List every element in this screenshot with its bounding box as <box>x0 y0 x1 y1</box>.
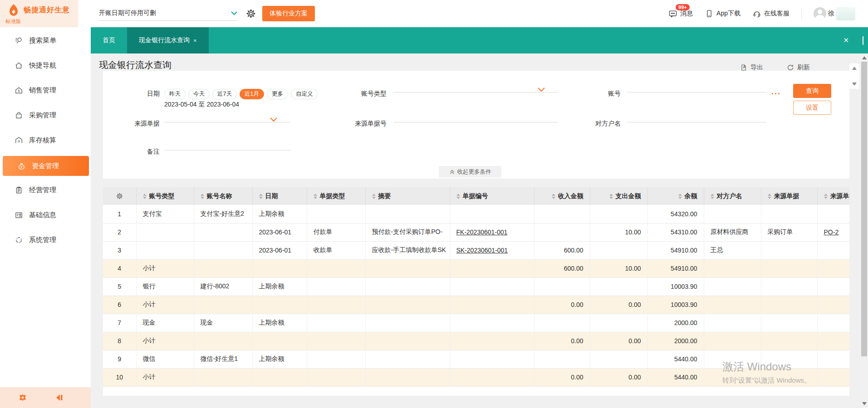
column-header-summary[interactable]: 摘要 <box>365 187 450 205</box>
table-row[interactable]: 5银行建行-8002上期余额10003.90 <box>103 277 849 296</box>
query-button[interactable]: 查询 <box>793 84 831 98</box>
online-service-item[interactable]: 在线客服 <box>752 9 790 18</box>
column-header-source_doc[interactable]: 来源单据 <box>761 187 817 205</box>
close-icon[interactable]: ✕ <box>843 36 849 44</box>
doc-link[interactable]: SK-20230601-001 <box>456 247 508 254</box>
gear-icon[interactable] <box>245 8 256 19</box>
user-name: 徐 <box>828 10 834 18</box>
scroll-spinner[interactable] <box>849 63 859 89</box>
column-header-gear[interactable] <box>103 187 136 205</box>
date-pill[interactable]: 昨天 <box>164 89 186 99</box>
tab-close-icon[interactable]: × <box>193 37 197 44</box>
cell-balance: 5440.00 <box>647 350 704 368</box>
sidebar-item-1[interactable]: 搜索菜单 <box>0 31 91 49</box>
account-set-select[interactable]: 开账日期可停用可删 <box>99 5 237 21</box>
sort-icon[interactable] <box>143 194 147 199</box>
sidebar-item-7[interactable]: 经营管理 <box>0 181 91 199</box>
svg-text:¥: ¥ <box>21 165 23 169</box>
sort-icon[interactable] <box>201 194 204 199</box>
collapse-sidebar-icon[interactable] <box>54 393 64 402</box>
table-row-subtotal[interactable]: 6小计0.000.0010003.90 <box>103 296 849 314</box>
gear-icon[interactable] <box>116 192 123 200</box>
sort-icon[interactable] <box>678 194 682 199</box>
account-more-button[interactable]: ... <box>771 87 781 97</box>
window-scrollbar[interactable] <box>860 53 868 408</box>
table-row[interactable]: 1支付宝支付宝-好生意2上期余额54320.00 <box>103 205 849 223</box>
cell-doc_no <box>450 368 534 386</box>
cell-summary <box>365 350 450 368</box>
table-header-row: 账号类型账号名称日期单据类型摘要单据编号收入金额支出金额余额对方户名来源单据来源… <box>103 187 849 205</box>
tab-cash-bank-flow[interactable]: 现金银行流水查询 × <box>127 27 209 53</box>
account-type-select[interactable] <box>393 81 558 92</box>
table-row[interactable]: 7现金现金上期余额2000.00 <box>103 314 849 332</box>
sidebar-item-5[interactable]: 库存核算 <box>0 131 91 149</box>
remark-input[interactable] <box>164 139 290 151</box>
sort-icon[interactable] <box>768 194 771 199</box>
source-doc-no-input[interactable] <box>393 111 558 122</box>
column-header-source_doc_no[interactable]: 来源单据号 <box>817 187 849 205</box>
column-header-date[interactable]: 日期 <box>252 187 307 205</box>
sort-icon[interactable] <box>372 194 376 199</box>
date-pill[interactable]: 近7天 <box>212 89 237 99</box>
table-row[interactable]: 22023-06-01付款单预付款-支付采购订单PO-FK-20230601-0… <box>103 223 849 241</box>
sort-icon[interactable] <box>609 194 613 199</box>
fullscreen-icon[interactable] <box>863 37 863 44</box>
date-pill[interactable]: 更多 <box>267 89 288 99</box>
sidebar-item-3[interactable]: $销售管理 <box>0 81 91 99</box>
cell-source_doc_no <box>817 241 849 259</box>
table-row[interactable]: 32023-06-01收款单应收款-手工填制收款单SKSK-20230601-0… <box>103 241 849 259</box>
scrollbar-up-icon[interactable] <box>862 56 867 59</box>
table-row-subtotal[interactable]: 10小计0.000.005440.00 <box>103 368 849 386</box>
doc-link[interactable]: FK-20230601-001 <box>456 228 508 236</box>
sort-icon[interactable] <box>824 194 828 199</box>
spinner-down-icon[interactable] <box>852 83 857 86</box>
sidebar-item-2[interactable]: 快捷导航 <box>0 56 91 74</box>
spinner-up-icon[interactable] <box>852 67 857 70</box>
table-row-subtotal[interactable]: 8小计0.000.002000.00 <box>103 332 849 350</box>
column-header-account_name[interactable]: 账号名称 <box>194 187 252 205</box>
date-pill[interactable]: 自定义 <box>291 89 318 99</box>
column-header-income[interactable]: 收入金额 <box>534 187 590 205</box>
app-download-item[interactable]: App下载 <box>705 9 740 18</box>
date-pill[interactable]: 近1月 <box>240 89 264 99</box>
column-header-account_type[interactable]: 账号类型 <box>136 187 194 205</box>
sidebar-item-9[interactable]: 系统管理 <box>0 231 91 249</box>
table-row-subtotal[interactable]: 4小计600.0010.0054910.00 <box>103 259 849 277</box>
column-label: 来源单据号 <box>830 192 850 200</box>
collapse-more-conditions[interactable]: 收起更多条件 <box>439 166 501 178</box>
sort-icon[interactable] <box>259 194 263 199</box>
cell-balance: 2000.00 <box>647 314 704 332</box>
double-chevron-up-icon <box>449 169 455 175</box>
sort-icon[interactable] <box>711 194 714 199</box>
counterparty-input[interactable] <box>627 111 767 122</box>
column-header-expense[interactable]: 支出金额 <box>590 187 647 205</box>
messages-item[interactable]: 消息 99+ <box>668 9 693 18</box>
scrollbar-down-icon[interactable] <box>862 402 867 405</box>
divider <box>801 8 802 19</box>
settings-button[interactable]: 设置 <box>793 101 831 115</box>
settings-gear-icon[interactable] <box>18 393 27 402</box>
sidebar-item-6[interactable]: ¥资金管理 <box>3 156 89 176</box>
sort-icon[interactable] <box>314 194 317 199</box>
table-row[interactable]: 9微信微信-好生意1上期余额5440.00 <box>103 350 849 368</box>
column-header-counterparty[interactable]: 对方户名 <box>704 187 761 205</box>
column-header-balance[interactable]: 余额 <box>647 187 704 205</box>
column-header-doc_type[interactable]: 单据类型 <box>307 187 365 205</box>
tab-home[interactable]: 首页 <box>91 27 127 53</box>
cell-income: 600.00 <box>534 241 590 259</box>
operations-icon <box>15 186 23 194</box>
sidebar-item-4[interactable]: 采购管理 <box>0 106 91 124</box>
sort-icon[interactable] <box>552 194 555 199</box>
column-label: 账号类型 <box>149 192 175 200</box>
sidebar-item-label: 资金管理 <box>32 162 59 170</box>
cell-account_name: 微信-好生意1 <box>194 350 252 368</box>
doc-link[interactable]: PO-2 <box>824 228 839 236</box>
user-menu[interactable]: 徐 <box>814 7 855 20</box>
scrollbar-thumb[interactable] <box>861 62 867 356</box>
trial-plan-button[interactable]: 体验行业方案 <box>262 6 315 21</box>
sidebar-item-8[interactable]: 基础信息 <box>0 206 91 224</box>
column-header-doc_no[interactable]: 单据编号 <box>450 187 534 205</box>
date-pill[interactable]: 今天 <box>188 89 210 99</box>
account-input[interactable] <box>627 81 767 92</box>
sort-icon[interactable] <box>456 194 460 199</box>
